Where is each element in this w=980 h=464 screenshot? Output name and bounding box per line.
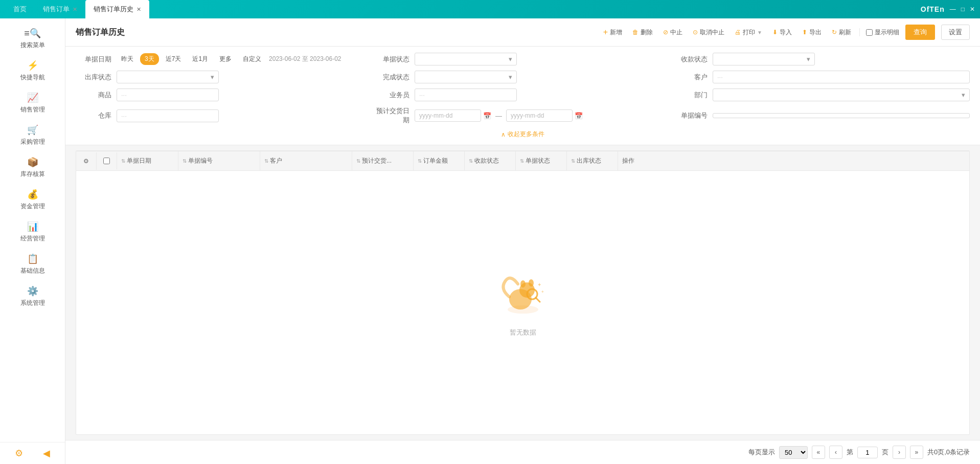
window-max[interactable]: □ [961, 6, 965, 13]
empty-text: 暂无数据 [510, 328, 536, 337]
new-button[interactable]: + 新增 [601, 28, 624, 37]
out-status-label: 出库状态 [76, 73, 117, 82]
sort-icon-delivery: ⇅ [356, 158, 360, 164]
sidebar-item-capital-mgmt[interactable]: 💰 资金管理 [0, 184, 65, 216]
date-field-label: 单据日期 [76, 55, 117, 64]
delivery-start-placeholder: yyyy-mm-dd [419, 112, 452, 119]
tab-sales-order[interactable]: 销售订单 ✕ [35, 0, 85, 18]
th-actions-label: 操作 [622, 157, 634, 165]
th-gear[interactable]: ⚙ [76, 152, 97, 170]
product-input[interactable]: ··· [117, 89, 219, 101]
show-detail-checkbox[interactable] [866, 29, 873, 36]
salesman-input[interactable]: ··· [415, 89, 517, 101]
export-label: 导出 [809, 28, 822, 37]
page-size-select[interactable]: 50 10 20 100 [779, 446, 808, 459]
order-num-label: 单据编号 [672, 111, 713, 120]
first-page-button[interactable]: « [812, 446, 825, 459]
print-label: 打印 [743, 28, 755, 37]
tab-sales-order-history-close[interactable]: ✕ [136, 6, 141, 13]
sidebar-item-search-menu[interactable]: ≡🔍 搜索菜单 [0, 23, 65, 55]
stop-label: 中止 [670, 28, 682, 37]
product-control: ··· [117, 89, 374, 101]
th-delivery-label: 预计交货... [362, 157, 392, 165]
date-dash: — [493, 112, 504, 120]
next-page-button[interactable]: › [893, 446, 906, 459]
last-page-button[interactable]: » [910, 446, 923, 459]
select-all-checkbox[interactable] [103, 158, 110, 164]
complete-select[interactable]: ▾ [415, 71, 517, 83]
sidebar-item-business-mgmt[interactable]: 📊 经营管理 [0, 216, 65, 248]
sidebar-item-quick-nav[interactable]: ⚡ 快捷导航 [0, 55, 65, 87]
status-arrow-icon: ▾ [509, 55, 512, 63]
status-select[interactable]: ▾ [415, 53, 517, 65]
tab-sales-order-history[interactable]: 销售订单历史 ✕ [85, 0, 149, 18]
toolbar-divider [859, 28, 860, 36]
th-check[interactable] [97, 152, 117, 169]
print-icon: 🖨 [735, 29, 741, 36]
btn-more[interactable]: 更多 [215, 53, 236, 65]
btn-1month[interactable]: 近1月 [188, 53, 213, 65]
sidebar-item-sales-mgmt[interactable]: 📈 销售管理 [0, 87, 65, 119]
status-filter-control: ▾ [415, 53, 672, 65]
th-amount-label: 订单金额 [423, 157, 448, 165]
window-min[interactable]: — [950, 6, 956, 13]
receipt-select[interactable]: ▾ [713, 53, 815, 65]
pagination: 每页显示 50 10 20 100 « ‹ 第 页 › » 共0页,0条记录 [65, 440, 980, 464]
sidebar-label-system-mgmt: 系统管理 [20, 299, 45, 307]
filter-row-4: 仓库 ··· 预计交货日期 yyyy-mm-dd 📅 — yyyy-mm-dd [76, 106, 970, 125]
sidebar-item-inventory-check[interactable]: 📦 库存核算 [0, 151, 65, 184]
th-receipt-status[interactable]: ⇅ 收款状态 [465, 151, 516, 170]
th-out-status[interactable]: ⇅ 出库状态 [567, 151, 618, 170]
delivery-end-date[interactable]: yyyy-mm-dd [506, 109, 573, 122]
btn-today[interactable]: 昨天 [117, 53, 138, 65]
date-range-value: 2023-06-02 至 2023-06-02 [269, 55, 341, 63]
svg-point-4 [529, 279, 534, 286]
order-num-input[interactable] [713, 113, 970, 118]
th-number[interactable]: ⇅ 单据编号 [178, 151, 260, 170]
th-amount[interactable]: ⇅ 订单金额 [414, 151, 465, 170]
salesman-label: 业务员 [374, 91, 415, 100]
sidebar-item-purchase-mgmt[interactable]: 🛒 采购管理 [0, 119, 65, 151]
prev-page-button[interactable]: ‹ [829, 446, 842, 459]
tab-sales-order-close[interactable]: ✕ [73, 6, 77, 13]
refresh-label: 刷新 [839, 28, 851, 37]
query-button[interactable]: 查询 [905, 25, 935, 40]
window-close[interactable]: ✕ [970, 6, 975, 13]
sidebar-item-basic-info[interactable]: 📋 基础信息 [0, 248, 65, 280]
sidebar-toggle-icon[interactable]: ◀ [43, 448, 50, 459]
delivery-start-date[interactable]: yyyy-mm-dd [415, 109, 481, 122]
refresh-icon: ↻ [832, 29, 837, 36]
warehouse-input[interactable]: ··· [117, 109, 219, 122]
customer-input[interactable]: ··· [713, 71, 970, 83]
th-doc-status[interactable]: ⇅ 单据状态 [516, 151, 567, 170]
complete-control: ▾ [415, 71, 672, 83]
export-button[interactable]: ⬆ 导出 [800, 28, 824, 37]
th-date[interactable]: ⇅ 单据日期 [117, 151, 178, 170]
setting-button[interactable]: 设置 [941, 25, 970, 40]
stop-button[interactable]: ⊘ 中止 [661, 28, 685, 37]
collapse-button[interactable]: ∧ 收起更多条件 [76, 130, 970, 139]
tab-home[interactable]: 首页 [5, 0, 35, 18]
dept-select[interactable]: ▾ [713, 89, 970, 101]
import-button[interactable]: ⬇ 导入 [770, 28, 794, 37]
show-detail-checkbox-label[interactable]: 显示明细 [866, 28, 899, 37]
th-delivery[interactable]: ⇅ 预计交货... [352, 151, 414, 170]
dept-arrow-icon: ▾ [962, 91, 965, 99]
calendar-start-icon[interactable]: 📅 [483, 112, 491, 120]
chevron-up-icon: ∧ [501, 131, 506, 138]
sidebar-settings-icon[interactable]: ⚙ [15, 448, 23, 459]
btn-7days[interactable]: 近7天 [161, 53, 186, 65]
calendar-end-icon[interactable]: 📅 [575, 112, 583, 120]
out-status-select[interactable]: ▾ [117, 71, 219, 83]
page-size-label: 每页显示 [748, 448, 775, 457]
sidebar-item-system-mgmt[interactable]: ⚙️ 系统管理 [0, 280, 65, 313]
print-button[interactable]: 🖨 打印 ▼ [733, 28, 764, 37]
th-customer[interactable]: ⇅ 客户 [260, 151, 352, 170]
btn-custom[interactable]: 自定义 [238, 53, 266, 65]
current-page-input[interactable] [857, 447, 878, 458]
refresh-button[interactable]: ↻ 刷新 [830, 28, 853, 37]
cancel-stop-button[interactable]: ⊙ 取消中止 [691, 28, 726, 37]
th-doc-status-label: 单据状态 [526, 157, 550, 165]
btn-3days[interactable]: 3天 [140, 53, 159, 65]
delete-button[interactable]: 🗑 删除 [630, 28, 655, 37]
